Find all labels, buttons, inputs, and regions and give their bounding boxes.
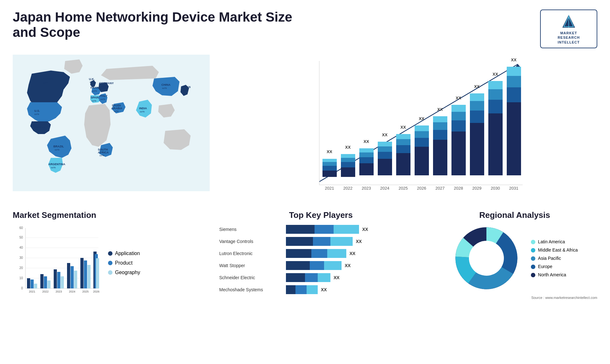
player-bar-segment	[286, 237, 313, 246]
svg-rect-89	[470, 101, 484, 111]
seg-legend-product: Product	[108, 260, 140, 266]
svg-text:AFRICA: AFRICA	[98, 151, 109, 154]
svg-text:xx%: xx%	[100, 98, 105, 101]
canada-label: CANADA	[41, 78, 53, 81]
player-bar-segment	[313, 237, 330, 246]
svg-text:XX: XX	[511, 57, 517, 62]
svg-rect-94	[488, 100, 503, 113]
svg-text:0: 0	[21, 286, 23, 290]
application-label: Application	[115, 251, 140, 256]
svg-rect-63	[396, 153, 410, 175]
player-bar-wrap	[286, 273, 330, 282]
player-bar-segment	[286, 225, 315, 234]
latin-dot	[531, 240, 535, 244]
svg-text:2023: 2023	[362, 186, 371, 191]
svg-text:XX: XX	[382, 132, 388, 137]
svg-text:BRAZIL: BRAZIL	[53, 145, 64, 148]
player-bar-container: XX	[286, 273, 423, 282]
svg-rect-42	[322, 159, 337, 162]
bottom-section: Market Segmentation 0 10 20 30	[13, 210, 597, 301]
regional-section: Regional Analysis L	[432, 210, 597, 301]
svg-rect-87	[470, 123, 484, 175]
player-bar-segment	[286, 285, 295, 294]
svg-rect-48	[341, 154, 355, 158]
svg-text:xx%: xx%	[99, 154, 104, 157]
svg-rect-132	[71, 266, 74, 288]
svg-rect-102	[507, 67, 521, 76]
svg-text:XX: XX	[400, 125, 406, 130]
player-bar-segment	[334, 225, 359, 234]
svg-text:XX: XX	[456, 96, 461, 100]
player-bar-container: XX	[286, 225, 423, 234]
geography-label: Geography	[115, 270, 140, 275]
svg-text:2025: 2025	[82, 290, 89, 293]
svg-rect-88	[470, 111, 484, 123]
svg-text:20: 20	[19, 266, 23, 270]
player-name: Watt Stopper	[219, 263, 283, 268]
mea-dot	[531, 248, 535, 253]
svg-text:2024: 2024	[69, 290, 75, 293]
svg-text:XX: XX	[492, 72, 498, 77]
svg-text:xx%: xx%	[92, 90, 97, 92]
svg-text:xx%: xx%	[101, 85, 106, 88]
player-row: Mechoshade SystemsXX	[219, 285, 423, 294]
player-bar-container: XX	[286, 261, 423, 270]
application-dot	[108, 251, 112, 256]
page-title: Japan Home Networking Device Market Size…	[13, 10, 299, 40]
svg-rect-58	[378, 152, 392, 159]
svg-text:xx%: xx%	[92, 99, 96, 102]
logo-icon	[561, 13, 577, 29]
svg-rect-54	[359, 148, 374, 152]
svg-text:60: 60	[19, 226, 23, 230]
svg-rect-124	[44, 276, 47, 288]
svg-rect-51	[359, 163, 374, 175]
svg-text:xx%: xx%	[140, 110, 145, 113]
player-bar-segment	[315, 225, 334, 234]
svg-rect-65	[396, 139, 410, 145]
svg-rect-133	[74, 271, 77, 288]
svg-rect-127	[54, 269, 57, 288]
svg-rect-69	[415, 147, 429, 175]
svg-text:xx%: xx%	[182, 89, 186, 92]
svg-rect-77	[433, 122, 447, 130]
svg-text:MEXICO: MEXICO	[33, 126, 45, 129]
regional-container: Latin America Middle East & Africa Asia …	[432, 223, 597, 293]
svg-rect-78	[433, 116, 447, 122]
regional-legend-mea: Middle East & Africa	[531, 247, 578, 253]
svg-text:2026: 2026	[93, 290, 99, 293]
player-xx-label: XX	[334, 275, 340, 280]
header: Japan Home Networking Device Market Size…	[13, 10, 597, 48]
svg-rect-59	[378, 146, 392, 152]
svg-text:2028: 2028	[454, 186, 463, 191]
svg-rect-95	[488, 89, 503, 100]
logo-text: MARKET RESEARCH INTELLECT	[558, 31, 580, 44]
player-name: Mechoshade Systems	[219, 287, 283, 292]
svg-text:2030: 2030	[491, 186, 500, 191]
svg-text:ARABIA: ARABIA	[111, 107, 122, 110]
svg-text:XX: XX	[437, 107, 443, 112]
svg-rect-129	[61, 276, 64, 288]
svg-rect-47	[341, 158, 355, 162]
svg-text:xx%: xx%	[43, 81, 48, 84]
player-row: Vantage ControlsXX	[219, 237, 423, 246]
svg-text:2027: 2027	[436, 186, 445, 191]
svg-rect-128	[57, 272, 60, 288]
svg-rect-41	[322, 162, 337, 166]
svg-text:GERMANY: GERMANY	[99, 82, 114, 85]
player-bar-segment	[311, 249, 327, 258]
player-xx-label: XX	[356, 239, 362, 244]
player-bar-segment	[305, 273, 318, 282]
svg-rect-66	[396, 134, 410, 139]
svg-rect-53	[359, 152, 374, 157]
player-bar-segment	[286, 261, 310, 270]
svg-rect-101	[507, 76, 521, 87]
svg-text:XX: XX	[345, 145, 351, 150]
svg-text:2022: 2022	[42, 290, 49, 293]
svg-rect-100	[507, 87, 521, 102]
svg-rect-131	[67, 263, 70, 288]
player-xx-label: XX	[321, 287, 327, 292]
player-xx-label: XX	[349, 251, 356, 256]
svg-rect-135	[80, 258, 84, 288]
player-bar-segment	[286, 273, 305, 282]
svg-text:ITALY: ITALY	[100, 94, 108, 98]
